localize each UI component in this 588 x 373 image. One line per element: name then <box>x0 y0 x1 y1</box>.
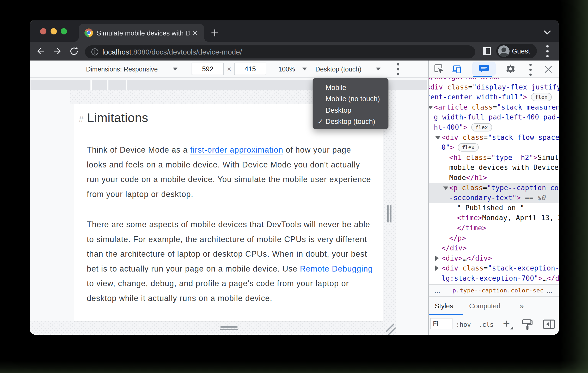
styles-filter-input[interactable]: Fi <box>430 318 452 329</box>
code-token: lg:stack-exception-700" <box>442 274 538 282</box>
device-toolbar-menu-icon[interactable] <box>397 63 399 75</box>
expand-arrow-down-icon[interactable] <box>443 187 448 190</box>
paint-roller-icon[interactable] <box>521 319 533 330</box>
dom-tree-node[interactable]: <p class="type--caption co <box>449 183 559 193</box>
throttle-dropdown[interactable]: Desktop (touch) <box>315 61 361 78</box>
back-button[interactable] <box>36 47 45 55</box>
code-token: <h1 <box>449 154 466 161</box>
dom-tree-node[interactable]: <div class="display-flex justify-con <box>429 82 559 92</box>
address-bar[interactable]: localhost:8080/docs/devtools/device-mode… <box>85 45 475 58</box>
flex-badge[interactable]: flex <box>458 143 479 152</box>
macos-minimize-button[interactable] <box>51 28 57 34</box>
dropdown-item-desktop-touch-[interactable]: Desktop (touch)✓ <box>326 116 375 127</box>
dom-tree-node[interactable]: </p> <box>449 233 466 243</box>
dom-tree-node[interactable]: " Published on " <box>457 203 524 213</box>
viewport-width-input[interactable]: 592 <box>192 63 224 75</box>
dom-tree-node[interactable]: Mode</h1> <box>449 173 487 183</box>
browser-menu-icon[interactable] <box>546 45 549 57</box>
devtools-settings-icon[interactable] <box>506 64 516 74</box>
side-panel-icon[interactable] <box>483 47 491 55</box>
dom-tree-node[interactable]: -secondary-text"> == $0 <box>449 193 546 203</box>
code-token: <div <box>429 83 447 91</box>
page-link[interactable]: Remote Debugging <box>300 264 373 273</box>
page-link[interactable]: first-order approximation <box>190 145 283 154</box>
tab-styles[interactable]: Styles <box>435 297 453 316</box>
dom-tree-node[interactable]: <div>…</div> <box>442 253 492 263</box>
new-tab-button[interactable] <box>211 29 219 37</box>
dom-tree-node[interactable]: mobile devices with Device <box>449 163 559 173</box>
more-tabs-icon[interactable]: » <box>519 302 528 310</box>
toggle-sidebar-icon[interactable] <box>543 320 555 329</box>
flex-badge[interactable]: flex <box>531 93 552 101</box>
reload-button[interactable] <box>70 47 78 56</box>
code-token: </h1> <box>466 174 487 182</box>
heading-anchor-hash[interactable]: # <box>79 114 84 124</box>
inspect-element-icon[interactable] <box>434 64 444 74</box>
dom-tree-node[interactable]: <div class="stack-exception- <box>442 263 559 273</box>
flex-badge[interactable]: flex <box>471 123 492 131</box>
url-host: localhost <box>102 48 131 56</box>
site-info-icon[interactable] <box>91 48 99 56</box>
resize-handle-right-2[interactable] <box>390 205 391 222</box>
resize-handle-bottom[interactable] <box>220 326 238 328</box>
breadcrumb-selected[interactable]: p.type--caption.color-sec <box>452 285 544 296</box>
macos-close-button[interactable] <box>40 28 46 34</box>
zoom-dropdown[interactable]: 100% <box>278 61 295 78</box>
tab-search-chevron-icon[interactable] <box>543 30 551 35</box>
cls-toggle[interactable]: .cls <box>479 315 494 335</box>
resize-handle-bottom-2[interactable] <box>220 329 238 330</box>
profile-button[interactable]: Guest <box>496 44 537 58</box>
expand-arrow-down-icon[interactable] <box>429 106 433 109</box>
paragraph-2: There are some aspects of mobile devices… <box>87 217 373 305</box>
dom-tree-node[interactable]: <time>Monday, April 13, 2 <box>457 213 559 223</box>
dimensions-times: × <box>227 61 231 78</box>
resize-track-right[interactable] <box>383 104 396 335</box>
dropdown-item-mobile-no-touch-[interactable]: Mobile (no touch) <box>326 93 380 105</box>
expand-arrow-down-icon[interactable] <box>435 136 440 140</box>
dom-tree-node[interactable]: </time> <box>457 223 486 233</box>
breadcrumb-overflow-left[interactable]: … <box>434 285 441 296</box>
hov-toggle[interactable]: :hov <box>456 315 471 335</box>
dropdown-item-mobile[interactable]: Mobile <box>326 82 346 93</box>
tab-computed[interactable]: Computed <box>469 297 500 316</box>
viewport-height-input[interactable]: 415 <box>234 63 266 75</box>
dimensions-chevron-icon <box>173 68 177 70</box>
dom-tree-node[interactable]: lg:stack-exception-700">…</d <box>442 273 559 284</box>
resize-track-bottom[interactable] <box>30 321 396 335</box>
device-toolbar-toggle-icon[interactable] <box>452 64 462 74</box>
dom-tree-node[interactable]: <div class="stack flow-space- <box>442 133 559 143</box>
code-token: <p <box>449 184 462 192</box>
breadcrumb-overflow-right[interactable]: … <box>546 285 553 296</box>
dom-tree-node[interactable]: ht-400">flex <box>434 122 492 133</box>
sidebar-tabs: Styles Computed » <box>429 296 559 315</box>
dom-tree-node[interactable]: tent-center width-full">flex <box>429 92 552 102</box>
paragraph-text: There are some aspects of mobile devices… <box>87 220 370 229</box>
dom-tree-node[interactable]: 0">flex <box>442 142 479 153</box>
code-token: </div> <box>442 244 467 252</box>
expand-arrow-right-icon[interactable] <box>435 266 439 271</box>
tab-close-icon[interactable] <box>192 30 198 35</box>
resize-handle-right[interactable] <box>387 205 389 222</box>
dom-tree-node[interactable]: </navigation-area> <box>429 78 502 82</box>
dom-tree-node[interactable]: g width-full pad-left-400 pad- <box>434 112 559 122</box>
browser-tab[interactable]: Simulate mobile devices with D <box>79 24 204 42</box>
macos-zoom-button[interactable] <box>61 28 67 34</box>
paragraph-text: desktop while it actually runs on a mobi… <box>87 294 272 303</box>
devtools-menu-icon[interactable] <box>529 64 532 76</box>
paragraph-line: There are some aspects of mobile devices… <box>87 217 373 232</box>
forward-button[interactable] <box>53 47 62 55</box>
code-token: Mode <box>449 174 466 182</box>
paragraph-line: bet is to actually run your page on a mo… <box>87 261 373 276</box>
devtools-close-icon[interactable] <box>544 65 552 73</box>
dimensions-dropdown[interactable]: Dimensions: Responsive <box>86 61 158 78</box>
device-toolbar: Dimensions: Responsive 592 × 415 100% De… <box>30 61 428 78</box>
code-token: "display-flex justify-con <box>473 83 559 91</box>
dropdown-item-desktop[interactable]: Desktop <box>326 105 351 116</box>
code-token: == <box>521 194 538 202</box>
dom-tree-node[interactable]: <h1 class="type--h2">Simula <box>449 153 559 163</box>
dom-tree-node[interactable]: </div> <box>442 243 467 253</box>
expand-arrow-right-icon[interactable] <box>435 256 439 261</box>
dom-tree-node[interactable]: <article class="stack measureme <box>434 102 559 112</box>
active-panel-pill[interactable] <box>472 62 496 76</box>
code-token: <div> <box>442 254 463 262</box>
